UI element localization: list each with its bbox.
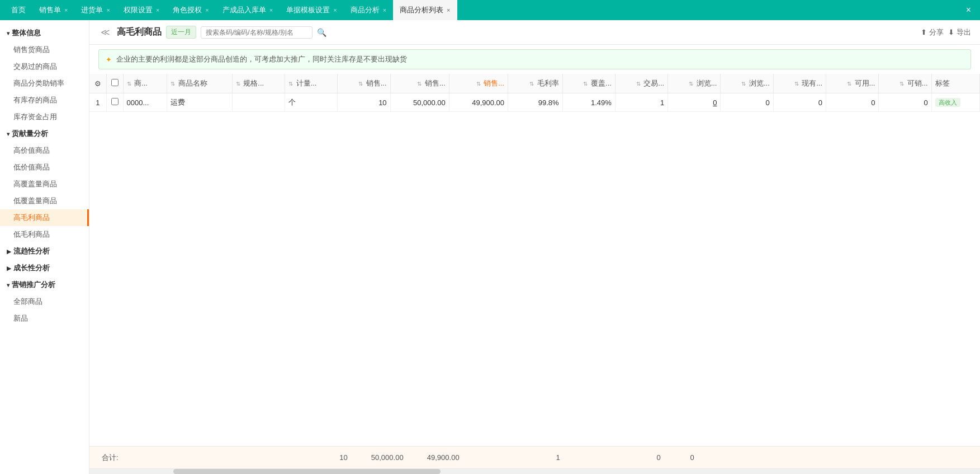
nav-sales[interactable]: 销售单 × (32, 0, 74, 20)
sort-icon-spec: ⇅ (236, 81, 240, 87)
col-tag[interactable]: 标签 (931, 74, 979, 93)
close-purchase-tab[interactable]: × (106, 7, 110, 13)
sidebar-item-stock-capital[interactable]: 库存资金占用 (0, 109, 89, 125)
sidebar-item-low-coverage[interactable]: 低覆盖量商品 (0, 193, 89, 209)
cell-code: 0000... (123, 93, 167, 112)
sort-icon: ⇅ (127, 81, 131, 87)
cell-browse1[interactable]: 0 (668, 93, 721, 112)
cell-tag: 高收入 (931, 93, 979, 112)
close-permissions-tab[interactable]: × (156, 7, 159, 13)
sort-icon-transaction: ⇅ (636, 81, 641, 87)
sort-icon-unit: ⇅ (288, 81, 293, 87)
col-browse1[interactable]: ⇅ 浏览... (668, 74, 721, 93)
chevron-down-icon-2: ▾ (7, 131, 10, 137)
sort-icon-salesqty: ⇅ (358, 81, 363, 87)
sidebar-item-low-margin[interactable]: 低毛利商品 (0, 226, 89, 243)
col-saleable[interactable]: ⇅ 可销... (879, 74, 931, 93)
sidebar-item-high-margin[interactable]: 高毛利商品 (0, 209, 89, 226)
cell-spec (232, 93, 285, 112)
cell-available: 0 (826, 93, 879, 112)
close-sales-tab[interactable]: × (64, 7, 68, 13)
col-browse2[interactable]: ⇅ 浏览... (721, 74, 773, 93)
cell-sales-amt: 50,000.00 (390, 93, 449, 112)
collapse-sidebar-button[interactable]: ≪ (98, 25, 112, 40)
sidebar-item-category-rate[interactable]: 商品分类助销率 (0, 75, 89, 92)
footer-available: 0 (664, 453, 698, 462)
sidebar-group-overall[interactable]: ▾ 整体信息 (0, 25, 89, 41)
nav-purchase[interactable]: 进货单 × (74, 0, 116, 20)
close-template-tab[interactable]: × (333, 7, 337, 13)
sidebar-item-high-coverage[interactable]: 高覆盖量商品 (0, 176, 89, 193)
col-unit[interactable]: ⇅ 计量... (285, 74, 338, 93)
horizontal-scrollbar[interactable] (89, 468, 980, 474)
sidebar-group-contribution[interactable]: ▾ 贡献量分析 (0, 125, 89, 142)
table-header-row: ⚙ ⇅ 商... ⇅ 商品名称 (89, 74, 980, 93)
chevron-right-icon: ▶ (7, 248, 11, 255)
col-sales-amt[interactable]: ⇅ 销售... (390, 74, 449, 93)
page-title: 高毛利商品 (117, 26, 162, 38)
cell-name: 运费 (167, 93, 232, 112)
sidebar-item-high-value[interactable]: 高价值商品 (0, 142, 89, 159)
footer-sales-profit: 49,900.00 (407, 453, 463, 462)
nav-stock-in[interactable]: 产成品入库单 × (216, 0, 280, 20)
sort-icon-saleable: ⇅ (899, 81, 904, 87)
sidebar-item-stock-goods[interactable]: 有库存的商品 (0, 92, 89, 109)
close-stockin-tab[interactable]: × (269, 7, 273, 13)
nav-roles[interactable]: 角色授权 × (166, 0, 215, 20)
export-button[interactable]: ⬇ 导出 (948, 27, 971, 37)
scrollbar-thumb[interactable] (173, 469, 441, 474)
cell-checkbox[interactable] (106, 93, 123, 112)
nav-home[interactable]: 首页 (4, 0, 32, 20)
sidebar-item-sales-goods[interactable]: 销售货商品 (0, 41, 89, 58)
col-checkbox[interactable] (106, 74, 123, 93)
close-analysis-tab[interactable]: × (383, 7, 386, 13)
col-sales-profit[interactable]: ⇅ 销售... (449, 74, 508, 93)
filter-period-button[interactable]: 近一月 (166, 26, 196, 39)
cell-rownum: 1 (89, 93, 106, 112)
select-all-checkbox[interactable] (111, 79, 119, 86)
col-spec[interactable]: ⇅ 规格... (232, 74, 285, 93)
footer-current: 0 (631, 453, 664, 462)
chevron-down-icon: ▾ (7, 30, 10, 36)
sort-icon-browse1: ⇅ (689, 81, 693, 87)
main-layout: ▾ 整体信息 销售货商品 交易过的商品 商品分类助销率 有库存的商品 库存资金占… (0, 20, 980, 474)
nav-analysis-list[interactable]: 商品分析列表 × (393, 0, 457, 20)
close-all-tabs[interactable]: × (962, 5, 976, 15)
col-code[interactable]: ⇅ 商... (123, 74, 167, 93)
footer-sales-qty: 10 (318, 453, 351, 462)
cell-unit: 个 (285, 93, 338, 112)
sidebar-item-new-goods[interactable]: 新品 (0, 310, 89, 327)
close-analysis-list-tab[interactable]: × (447, 7, 450, 13)
col-coverage[interactable]: ⇅ 覆盖... (562, 74, 615, 93)
close-roles-tab[interactable]: × (205, 7, 209, 13)
nav-template[interactable]: 单据模板设置 × (280, 0, 343, 20)
sidebar-item-low-value[interactable]: 低价值商品 (0, 159, 89, 176)
sidebar-group-marketing[interactable]: ▾ 营销推广分析 (0, 276, 89, 293)
sidebar-item-traded-goods[interactable]: 交易过的商品 (0, 58, 89, 75)
data-table: ⚙ ⇅ 商... ⇅ 商品名称 (89, 74, 980, 112)
search-input[interactable] (201, 26, 313, 39)
sidebar-item-all-goods[interactable]: 全部商品 (0, 293, 89, 310)
share-button[interactable]: ⬆ 分享 (921, 27, 944, 37)
col-gross-margin[interactable]: ⇅ 毛利率 (508, 74, 563, 93)
sort-icon-grossmargin: ⇅ (529, 81, 534, 87)
cell-gross-margin: 99.8% (508, 93, 563, 112)
table-container[interactable]: ⚙ ⇅ 商... ⇅ 商品名称 (89, 74, 980, 446)
col-current[interactable]: ⇅ 现有... (773, 74, 826, 93)
footer-bar: 合计: 10 50,000.00 49,900.00 1 0 0 (89, 446, 980, 468)
col-transaction[interactable]: ⇅ 交易... (615, 74, 667, 93)
nav-permissions[interactable]: 权限设置 × (117, 0, 166, 20)
col-available[interactable]: ⇅ 可用... (826, 74, 879, 93)
col-settings[interactable]: ⚙ (89, 74, 106, 93)
cell-transaction: 1 (615, 93, 667, 112)
info-icon: ✦ (106, 55, 112, 64)
cell-sales-profit: 49,900.00 (449, 93, 508, 112)
col-name[interactable]: ⇅ 商品名称 (167, 74, 232, 93)
sidebar-group-growth[interactable]: ▶ 成长性分析 (0, 260, 89, 276)
header-actions: ⬆ 分享 ⬇ 导出 (921, 27, 971, 37)
nav-product-analysis[interactable]: 商品分析 × (344, 0, 393, 20)
chevron-right-icon-2: ▶ (7, 265, 11, 271)
sidebar-group-trend[interactable]: ▶ 流趋性分析 (0, 243, 89, 260)
col-sales-qty[interactable]: ⇅ 销售... (338, 74, 390, 93)
search-button[interactable]: 🔍 (317, 28, 326, 37)
